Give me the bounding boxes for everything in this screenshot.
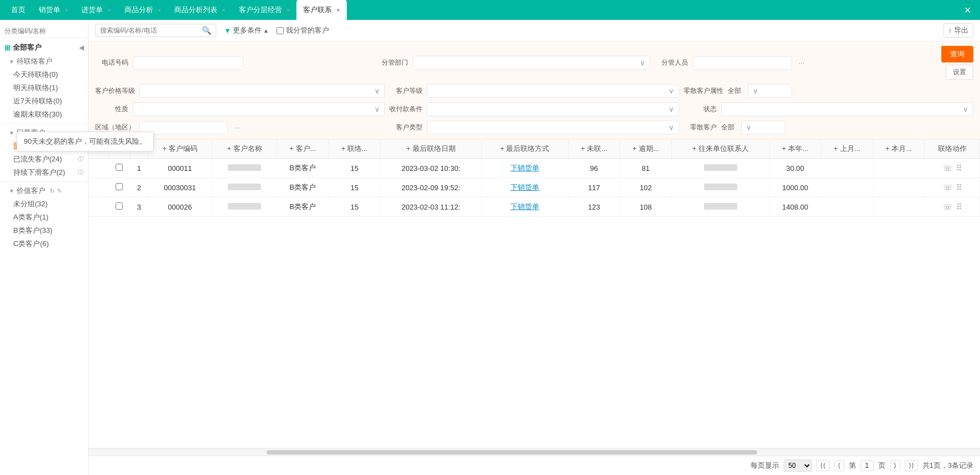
edit-icon[interactable]: ✎ [57,187,62,195]
row-overdue: 81 [620,159,672,178]
row-checkbox[interactable] [116,183,123,190]
first-page-btn[interactable]: ⟨⟨ [816,460,830,471]
row-checkbox-cell [108,159,131,178]
query-btn[interactable]: 查询 [941,46,973,62]
filter-input-phone[interactable] [133,56,243,70]
filter-select-payment[interactable]: ∨ [427,102,679,116]
horizontal-scrollbar[interactable] [88,448,980,456]
chevron-down-icon: ∨ [374,87,380,95]
sidebar-item-class-a[interactable]: A类客户(1) [0,211,88,224]
scrollbar-thumb[interactable] [267,450,757,455]
next-page-btn[interactable]: ⟩ [890,460,900,471]
row-checkbox-cell [108,178,131,197]
col-last-contact-date[interactable]: + 最后联络日期 [380,139,482,159]
sidebar-item-today[interactable]: 今天待联络(0) [0,68,88,81]
export-btn[interactable]: ↑ 导出 [943,23,974,38]
sidebar-item-7days[interactable]: 近7天待联络(0) [0,95,88,108]
close-icon[interactable]: × [65,7,68,13]
col-this-month[interactable]: + 本月... [873,139,925,159]
content-area: 🔍 ▼ 更多条件 ▲ 我分管的客户 ↑ 导出 电话号码 [88,20,980,475]
filter-select-customer-type[interactable]: ∨ [427,121,679,134]
filter-select-customer-tier[interactable]: ∨ [427,84,679,98]
filter-select-retail-customer[interactable]: ∨ [741,121,785,134]
col-name[interactable]: + 客户名称 [212,139,277,159]
sidebar-search-input[interactable] [4,27,87,35]
col-last-month[interactable]: + 上月... [821,139,873,159]
sidebar-item-class-c[interactable]: C类客户(6) [0,237,88,250]
close-app-icon[interactable]: ✕ [960,5,976,15]
table-row: 2 00030031 B类客户 15 2023-02-09 19:52: 下销货… [88,178,980,197]
sidebar-all-customers[interactable]: ⊞ 全部客户 ◀ [0,40,88,55]
top-nav: 首页 销货单 × 进货单 × 商品分析 × 商品分析列表 × 客户分层经营 × … [0,0,980,20]
sidebar-item-declining[interactable]: 持续下滑客户(2) ⓘ [0,166,88,179]
sidebar-item-ungrouped[interactable]: 未分组(32) [0,197,88,211]
row-checkbox[interactable] [116,164,123,171]
my-customers-checkbox-label[interactable]: 我分管的客户 [277,25,329,35]
nav-tab-purchase[interactable]: 进货单 × [75,0,117,20]
nav-tab-analysis[interactable]: 商品分析 × [118,0,168,20]
my-customers-checkbox[interactable] [277,27,284,34]
sidebar-item-class-b[interactable]: B类客户(33) [0,224,88,237]
action-more-icon[interactable]: ⠿ [956,202,962,211]
toolbar-search-input[interactable] [100,27,200,34]
close-icon[interactable]: × [286,7,290,13]
search-icon[interactable]: 🔍 [202,26,211,35]
nav-tab-sales[interactable]: 销货单 × [32,0,75,20]
prev-page-btn[interactable]: ⟨ [834,460,845,471]
action-contact-icon[interactable]: ☏ [943,164,953,173]
sidebar-group-title-value[interactable]: ▼ 价值客户 ↻ ✎ [0,184,88,197]
row-name [212,178,277,197]
filter-select-nature[interactable]: ∨ [133,102,385,116]
sidebar-group-title-pending[interactable]: ▼ 待联络客户 [0,55,88,68]
export-icon: ↑ [948,27,952,35]
col-no-contact[interactable]: + 未联... [568,139,620,159]
filter-input-manager[interactable] [692,56,792,70]
col-last-contact-person[interactable]: + 往来单位联系人 [671,139,769,159]
row-last-month [821,197,873,217]
close-icon[interactable]: × [222,7,225,13]
action-contact-icon[interactable]: ☏ [943,202,953,211]
region-dots-icon[interactable]: ··· [232,123,243,132]
table-footer: 每页显示 50 20 100 ⟨⟨ ⟨ 第 1 页 ⟩ ⟩⟩ 共1页，3条记录 [88,456,980,475]
nav-tab-customer-contact[interactable]: 客户联系 × [296,0,346,20]
col-overdue[interactable]: + 逾期... [620,139,672,159]
nav-tab-analysis-list[interactable]: 商品分析列表 × [168,0,232,20]
sidebar-item-overdue[interactable]: 逾期未联络(30) [0,108,88,121]
filter-select-dept[interactable]: ∨ [413,56,650,70]
filter-select-status[interactable]: ∨ [721,102,973,116]
col-this-year[interactable]: + 本年... [769,139,821,159]
page-size-select[interactable]: 50 20 100 [784,460,812,472]
filter-settings-btn[interactable]: 设置 [946,65,973,80]
row-type: B类客户 [277,159,329,178]
row-this-year: 1408.00 [769,197,821,217]
arrow-icon: ▼ [9,188,14,194]
contact-method-link[interactable]: 下销货单 [510,202,539,211]
col-contacts[interactable]: + 联络... [329,139,380,159]
close-icon[interactable]: × [107,7,111,13]
main-layout: 🔍 ⊞ 全部客户 ◀ ▼ 待联络客户 今天待联络(0) 明天待联络(1) 近7天… [0,20,980,475]
sidebar-item-churned[interactable]: 已流失客户(24) ⓘ [0,153,88,166]
action-contact-icon[interactable]: ☏ [943,183,953,192]
more-filters-btn[interactable]: ▼ 更多条件 ▲ [221,24,272,37]
close-icon[interactable]: × [158,7,161,13]
dots-icon[interactable]: ··· [796,59,807,67]
row-last-contact-method: 下销货单 [482,178,569,197]
col-code[interactable]: + 客户编码 [148,139,212,159]
filter-select-price-tier[interactable]: ∨ [139,84,385,98]
action-more-icon[interactable]: ⠿ [956,164,962,173]
last-page-btn[interactable]: ⟩⟩ [905,460,918,471]
row-settings-cell [88,178,108,197]
col-type[interactable]: + 客户... [277,139,329,159]
contact-method-link[interactable]: 下销货单 [510,164,539,172]
action-more-icon[interactable]: ⠿ [956,183,962,192]
refresh-icon[interactable]: ↻ [50,187,55,195]
row-checkbox[interactable] [116,202,123,210]
contact-method-link[interactable]: 下销货单 [510,183,539,191]
row-checkbox-cell [108,197,131,217]
nav-tab-customer-tier[interactable]: 客户分层经营 × [232,0,296,20]
filter-select-retail-attr[interactable]: ∨ [748,84,792,98]
col-last-contact-method[interactable]: + 最后联络方式 [482,139,569,159]
close-icon[interactable]: × [336,7,340,13]
nav-home[interactable]: 首页 [4,5,32,15]
sidebar-item-tomorrow[interactable]: 明天待联络(1) [0,81,88,95]
